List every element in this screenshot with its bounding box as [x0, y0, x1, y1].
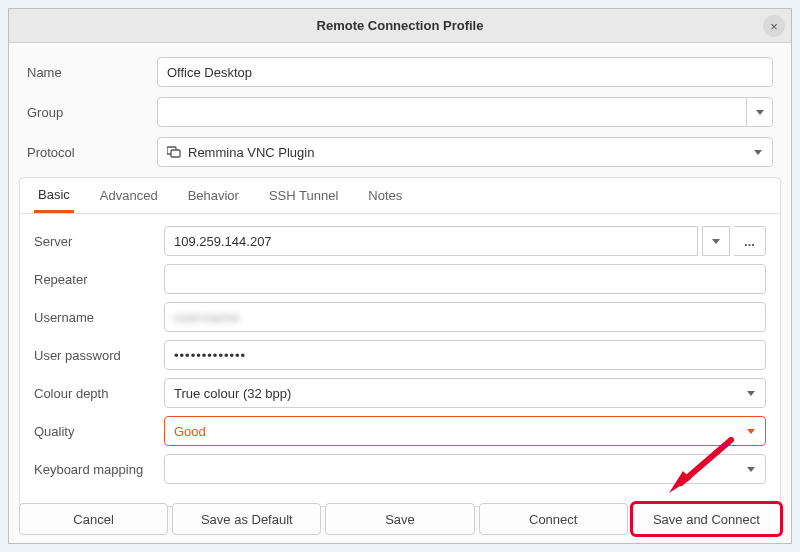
- keyboard-mapping-label: Keyboard mapping: [34, 462, 164, 477]
- close-icon: ×: [770, 19, 778, 34]
- server-browse-button[interactable]: ...: [734, 226, 766, 256]
- chevron-down-icon: [747, 467, 755, 472]
- save-and-connect-label: Save and Connect: [653, 512, 760, 527]
- close-button[interactable]: ×: [763, 15, 785, 37]
- save-as-default-label: Save as Default: [201, 512, 293, 527]
- save-as-default-button[interactable]: Save as Default: [172, 503, 321, 535]
- server-row: 109.259.144.207 ...: [164, 226, 766, 256]
- save-button[interactable]: Save: [325, 503, 474, 535]
- server-history-dropdown[interactable]: [702, 226, 730, 256]
- connect-button[interactable]: Connect: [479, 503, 628, 535]
- chevron-down-icon: [747, 429, 755, 434]
- settings-panel: Basic Advanced Behavior SSH Tunnel Notes…: [19, 177, 781, 507]
- footer-buttons: Cancel Save as Default Save Connect Save…: [19, 503, 781, 535]
- titlebar: Remote Connection Profile ×: [9, 9, 791, 43]
- cancel-button-label: Cancel: [73, 512, 113, 527]
- protocol-select[interactable]: Remmina VNC Plugin: [157, 137, 773, 167]
- protocol-label: Protocol: [27, 145, 157, 160]
- tab-notes[interactable]: Notes: [364, 178, 406, 213]
- tab-advanced-label: Advanced: [100, 188, 158, 203]
- quality-select[interactable]: Good: [164, 416, 766, 446]
- repeater-input[interactable]: [164, 264, 766, 294]
- password-label: User password: [34, 348, 164, 363]
- ellipsis-icon: ...: [744, 234, 755, 249]
- tab-basic-label: Basic: [38, 187, 70, 202]
- server-label: Server: [34, 234, 164, 249]
- chevron-down-icon: [754, 150, 762, 155]
- quality-value: Good: [174, 424, 206, 439]
- dialog-frame: Remote Connection Profile × Name Office …: [8, 8, 792, 544]
- svg-rect-1: [171, 150, 180, 157]
- colour-depth-value: True colour (32 bpp): [174, 386, 291, 401]
- name-label: Name: [27, 65, 157, 80]
- protocol-select-value: Remmina VNC Plugin: [188, 145, 314, 160]
- username-input-text: username: [174, 310, 240, 325]
- password-input[interactable]: •••••••••••••: [164, 340, 766, 370]
- chevron-down-icon: [756, 110, 764, 115]
- repeater-label: Repeater: [34, 272, 164, 287]
- cancel-button[interactable]: Cancel: [19, 503, 168, 535]
- basic-form: Server 109.259.144.207 ... Repeater User…: [20, 214, 780, 506]
- tabs-row: Basic Advanced Behavior SSH Tunnel Notes: [20, 178, 780, 214]
- chevron-down-icon: [712, 239, 720, 244]
- save-button-label: Save: [385, 512, 415, 527]
- vnc-plugin-icon: [167, 145, 181, 159]
- tab-ssh-label: SSH Tunnel: [269, 188, 338, 203]
- quality-label: Quality: [34, 424, 164, 439]
- colour-depth-label: Colour depth: [34, 386, 164, 401]
- group-select[interactable]: [157, 97, 773, 127]
- tab-notes-label: Notes: [368, 188, 402, 203]
- tab-behavior[interactable]: Behavior: [184, 178, 243, 213]
- window-title: Remote Connection Profile: [317, 18, 484, 33]
- group-select-button[interactable]: [746, 98, 772, 126]
- profile-header-form: Name Office Desktop Group Protocol Remmi…: [9, 43, 791, 177]
- chevron-down-icon: [747, 391, 755, 396]
- tab-ssh-tunnel[interactable]: SSH Tunnel: [265, 178, 342, 213]
- tab-basic[interactable]: Basic: [34, 178, 74, 213]
- server-input-text: 109.259.144.207: [174, 234, 272, 249]
- tab-behavior-label: Behavior: [188, 188, 239, 203]
- group-select-value: [158, 98, 746, 126]
- group-label: Group: [27, 105, 157, 120]
- username-input[interactable]: username: [164, 302, 766, 332]
- connect-button-label: Connect: [529, 512, 577, 527]
- colour-depth-select[interactable]: True colour (32 bpp): [164, 378, 766, 408]
- tab-advanced[interactable]: Advanced: [96, 178, 162, 213]
- keyboard-mapping-select[interactable]: [164, 454, 766, 484]
- username-label: Username: [34, 310, 164, 325]
- name-input[interactable]: Office Desktop: [157, 57, 773, 87]
- server-input[interactable]: 109.259.144.207: [164, 226, 698, 256]
- name-input-text: Office Desktop: [167, 65, 252, 80]
- save-and-connect-button[interactable]: Save and Connect: [632, 503, 781, 535]
- password-input-text: •••••••••••••: [174, 348, 246, 363]
